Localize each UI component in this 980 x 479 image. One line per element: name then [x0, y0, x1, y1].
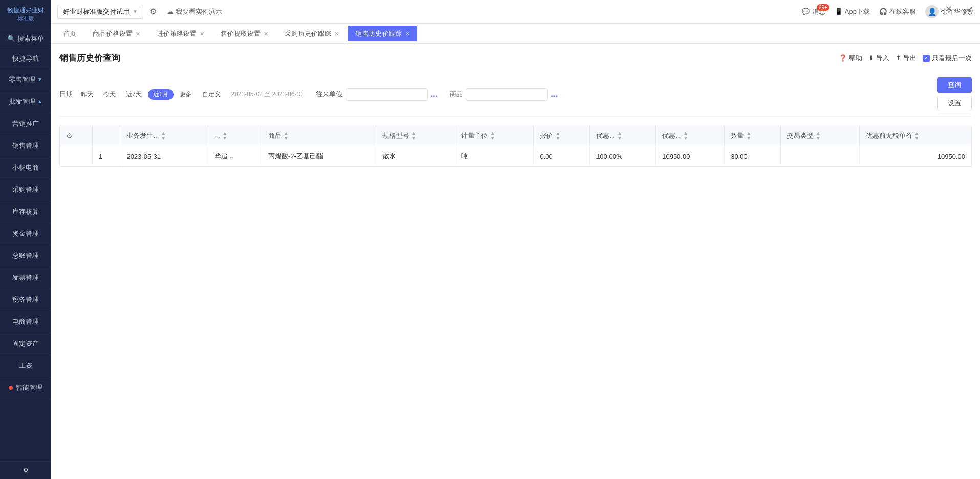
version-selector[interactable]: 好业财标准版交付试用 ▼	[57, 5, 143, 19]
sidebar-item-marketing[interactable]: 营销推广	[0, 113, 51, 135]
tab-price-settings[interactable]: 商品价格设置 ✕	[85, 26, 148, 41]
table-row[interactable]: 1 2023-05-31 华追... 丙烯酸-2-乙基己酯 散水 吨 0.00 …	[60, 146, 971, 166]
tab-home-label: 首页	[63, 29, 76, 38]
col-discount2[interactable]: 优惠... ▲▼	[656, 125, 725, 146]
sidebar-item-ledger[interactable]: 总账管理	[0, 245, 51, 267]
close-window-button[interactable]: ✕	[938, 0, 959, 18]
sidebar-item-quicknav[interactable]: 快捷导航	[0, 49, 51, 69]
sidebar-item-sales[interactable]: 销售管理	[0, 135, 51, 157]
tab-price-settings-label: 商品价格设置	[93, 29, 133, 38]
tab-purchase-history[interactable]: 采购历史价跟踪 ✕	[277, 26, 347, 41]
date-btn-yesterday[interactable]: 昨天	[77, 89, 97, 100]
col-extra-label: ...	[215, 132, 220, 140]
export-icon: ⬆	[896, 54, 901, 62]
tab-home[interactable]: 首页	[55, 26, 84, 41]
row-discount2: 10950.00	[656, 146, 725, 166]
col-qty[interactable]: 数量 ▲▼	[725, 125, 781, 146]
sort-arrows-spec: ▲▼	[411, 130, 416, 141]
sidebar-item-salary[interactable]: 工资	[0, 355, 51, 377]
sort-arrows-product: ▲▼	[284, 130, 289, 141]
sidebar-item-purchase[interactable]: 采购管理	[0, 179, 51, 201]
sidebar-item-finance[interactable]: 资金管理	[0, 223, 51, 245]
row-product: 丙烯酸-2-乙基己酯	[262, 146, 376, 166]
app-download-button[interactable]: 📱 App下载	[835, 7, 870, 16]
tab-sale-pickup[interactable]: 售价提取设置 ✕	[213, 26, 276, 41]
col-discount1-label: 优惠...	[596, 131, 615, 140]
col-pretax[interactable]: 优惠前无税单价 ▲▼	[859, 125, 971, 146]
col-quote[interactable]: 报价 ▲▼	[534, 125, 590, 146]
message-badge: 99+	[817, 4, 829, 11]
sidebar-marketing-label: 营销推广	[12, 119, 39, 128]
date-btn-last1m[interactable]: 近1月	[148, 89, 174, 100]
product-dots[interactable]: ...	[551, 90, 558, 99]
col-date[interactable]: 业务发生... ▲▼	[120, 125, 208, 146]
col-product-label: 商品	[268, 131, 282, 140]
row-gear	[60, 146, 92, 166]
col-spec[interactable]: 规格型号 ▲▼	[376, 125, 455, 146]
tab-purchase-history-close[interactable]: ✕	[334, 31, 339, 37]
only-last-checkbox-label[interactable]: ✓ 只看最后一次	[923, 54, 972, 63]
sidebar-item-wholesale[interactable]: 批发管理 ▲	[0, 91, 51, 113]
sort-arrows-pretax: ▲▼	[914, 130, 920, 141]
supplier-dots[interactable]: ...	[431, 90, 437, 99]
sort-arrows-extra: ▲▼	[222, 130, 227, 141]
col-unit[interactable]: 计量单位 ▲▼	[455, 125, 534, 146]
row-date: 2023-05-31	[120, 146, 208, 166]
sidebar-item-retail[interactable]: 零售管理 ▼	[0, 69, 51, 91]
date-btn-today[interactable]: 今天	[99, 89, 120, 100]
tab-price-strategy[interactable]: 进价策略设置 ✕	[149, 26, 212, 41]
table-header-row: ⚙ 业务发生... ▲▼ ... ▲▼	[60, 125, 971, 146]
online-service-button[interactable]: 🎧 在线客服	[879, 7, 916, 16]
col-gear[interactable]: ⚙	[60, 125, 92, 146]
settings-gear-icon[interactable]: ⚙	[150, 7, 157, 16]
sort-arrows-discount1: ▲▼	[617, 130, 622, 141]
only-last-checkbox[interactable]: ✓	[923, 55, 930, 62]
import-button[interactable]: ⬇ 导入	[868, 54, 889, 63]
sidebar-item-tax[interactable]: 税务管理	[0, 289, 51, 311]
col-extra[interactable]: ... ▲▼	[208, 125, 262, 146]
col-pretax-label: 优惠前无税单价	[866, 131, 912, 140]
tab-sale-pickup-close[interactable]: ✕	[264, 31, 268, 37]
col-discount1[interactable]: 优惠... ▲▼	[590, 125, 656, 146]
sidebar-item-search[interactable]: 🔍 搜索菜单	[0, 29, 51, 49]
window-controls: ✕ ⤢	[938, 0, 980, 18]
maximize-window-button[interactable]: ⤢	[959, 0, 980, 18]
tab-sales-history[interactable]: 销售历史价跟踪 ✕	[348, 26, 417, 41]
help-button[interactable]: ❓ 帮助	[839, 54, 862, 63]
sidebar-logo: 畅捷通好业财 标准版	[0, 0, 51, 29]
sidebar-item-inventory[interactable]: 库存核算	[0, 201, 51, 223]
col-type[interactable]: 交易类型 ▲▼	[780, 125, 859, 146]
date-btn-last7[interactable]: 近7天	[122, 89, 146, 100]
tab-price-strategy-close[interactable]: ✕	[200, 31, 204, 37]
dropdown-arrow-icon: ▼	[133, 9, 138, 14]
sidebar-item-invoice[interactable]: 发票管理	[0, 267, 51, 289]
tab-sale-pickup-label: 售价提取设置	[221, 29, 261, 38]
sidebar-item-ecommerce[interactable]: 电商管理	[0, 311, 51, 333]
date-btn-more[interactable]: 更多	[176, 89, 196, 100]
product-input[interactable]	[466, 88, 548, 101]
sidebar-item-smart[interactable]: 智能管理	[0, 377, 51, 399]
supplier-input[interactable]	[346, 88, 428, 101]
sidebar-smart-label: 智能管理	[16, 383, 42, 393]
filter-settings-button[interactable]: 设置	[937, 96, 972, 111]
tab-sales-history-close[interactable]: ✕	[405, 31, 410, 37]
demo-label: 我要看实例演示	[176, 7, 222, 16]
date-btn-custom[interactable]: 自定义	[198, 89, 225, 100]
product-label: 商品	[450, 90, 463, 99]
table-gear-icon[interactable]: ⚙	[66, 132, 73, 140]
sidebar-retail-label: 零售管理	[9, 75, 35, 84]
message-button[interactable]: 💬 消息 99+	[802, 7, 825, 16]
export-button[interactable]: ⬆ 导出	[896, 54, 917, 63]
sidebar-settings-button[interactable]: ⚙	[0, 461, 51, 479]
sidebar-item-ecommerce-small[interactable]: 小畅电商	[0, 157, 51, 179]
product-filter-group: 商品 ...	[450, 88, 558, 101]
query-button[interactable]: 查询	[937, 77, 972, 93]
col-qty-label: 数量	[731, 131, 744, 140]
demo-button[interactable]: ☁ 我要看实例演示	[167, 7, 222, 16]
col-product[interactable]: 商品 ▲▼	[262, 125, 376, 146]
sort-arrows-unit: ▲▼	[490, 130, 495, 141]
sidebar-invoice-label: 发票管理	[12, 273, 39, 282]
sidebar-item-assets[interactable]: 固定资产	[0, 333, 51, 355]
tab-price-settings-close[interactable]: ✕	[136, 31, 140, 37]
avatar: 👤	[925, 5, 939, 18]
